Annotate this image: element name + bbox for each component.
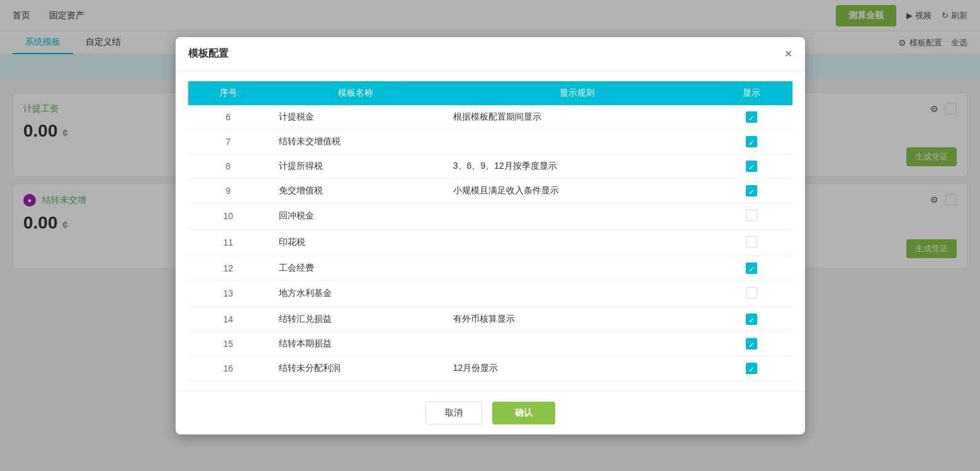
display-checkbox[interactable]: [746, 338, 757, 349]
config-table: 序号 模板名称 显示规则 显示 6计提税金根据模板配置期间显示7结转未交增值税8…: [188, 81, 792, 381]
table-wrapper[interactable]: 序号 模板名称 显示规则 显示 6计提税金根据模板配置期间显示7结转未交增值税8…: [188, 81, 792, 381]
table-row: 7结转未交增值税: [188, 129, 792, 154]
cell-name: 计提税金: [269, 105, 443, 130]
cell-index: 13: [188, 280, 269, 307]
cell-rule: 小规模且满足收入条件显示: [443, 178, 712, 203]
cell-display: [711, 129, 792, 154]
modal-title: 模板配置: [188, 47, 228, 60]
col-header-display: 显示: [711, 81, 792, 105]
cell-name: 工会经费: [269, 256, 443, 280]
table-row: 14结转汇兑损益有外币核算显示: [188, 307, 792, 331]
table-row: 15结转本期损益: [188, 331, 792, 356]
cell-name: 回冲税金: [269, 203, 443, 229]
cell-name: 结转未分配利润: [269, 356, 443, 380]
cell-rule: [443, 331, 712, 356]
cell-display: [711, 178, 792, 203]
cell-index: 9: [188, 178, 269, 203]
modal-header: 模板配置 ×: [176, 37, 805, 71]
table-row: 10回冲税金: [188, 203, 792, 229]
cell-index: 11: [188, 229, 269, 256]
cell-rule: 12月份显示: [443, 356, 712, 380]
table-row: 6计提税金根据模板配置期间显示: [188, 105, 792, 130]
cell-index: 8: [188, 154, 269, 178]
cell-name: 结转汇兑损益: [269, 307, 443, 331]
modal-close-button[interactable]: ×: [785, 47, 792, 60]
cell-rule: [443, 280, 712, 307]
display-checkbox[interactable]: [746, 236, 757, 247]
cell-display: [711, 356, 792, 380]
table-row: 13地方水利基金: [188, 280, 792, 307]
display-checkbox[interactable]: [746, 136, 757, 147]
cell-display: [711, 105, 792, 130]
display-checkbox[interactable]: [746, 314, 757, 325]
cell-display: [711, 203, 792, 229]
cell-rule: [443, 203, 712, 229]
cell-rule: [443, 256, 712, 280]
cell-index: 16: [188, 356, 269, 380]
cell-name: 印花税: [269, 229, 443, 256]
cell-display: [711, 280, 792, 307]
cell-display: [711, 307, 792, 331]
cell-name: 结转未交增值税: [269, 129, 443, 154]
cell-name: 地方水利基金: [269, 280, 443, 307]
cell-display: [711, 256, 792, 280]
table-row: 8计提所得税3、6、9、12月按季度显示: [188, 154, 792, 178]
cell-display: [711, 154, 792, 178]
table-body: 6计提税金根据模板配置期间显示7结转未交增值税8计提所得税3、6、9、12月按季…: [188, 105, 792, 381]
cell-rule: 有外币核算显示: [443, 307, 712, 331]
cell-rule: 3、6、9、12月按季度显示: [443, 154, 712, 178]
cell-rule: [443, 129, 712, 154]
display-checkbox[interactable]: [746, 363, 757, 374]
col-header-rule: 显示规则: [443, 81, 712, 105]
confirm-button[interactable]: 确认: [492, 402, 555, 424]
modal-footer: 取消 确认: [176, 391, 805, 434]
cell-index: 10: [188, 203, 269, 229]
cell-index: 6: [188, 105, 269, 130]
display-checkbox[interactable]: [746, 287, 757, 298]
template-config-modal: 模板配置 × 序号 模板名称 显示规则 显示 6计提税金根据模板配置期间显: [176, 37, 805, 434]
cell-name: 结转本期损益: [269, 331, 443, 356]
col-header-name: 模板名称: [269, 81, 443, 105]
cell-index: 7: [188, 129, 269, 154]
cell-name: 免交增值税: [269, 178, 443, 203]
display-checkbox[interactable]: [746, 161, 757, 172]
col-header-index: 序号: [188, 81, 269, 105]
cell-rule: [443, 229, 712, 256]
cell-rule: 根据模板配置期间显示: [443, 105, 712, 130]
cell-index: 14: [188, 307, 269, 331]
table-row: 16结转未分配利润12月份显示: [188, 356, 792, 380]
cell-index: 12: [188, 256, 269, 280]
table-row: 9免交增值税小规模且满足收入条件显示: [188, 178, 792, 203]
table-header: 序号 模板名称 显示规则 显示: [188, 81, 792, 105]
display-checkbox[interactable]: [746, 210, 757, 221]
table-row: 11印花税: [188, 229, 792, 256]
modal-overlay: 模板配置 × 序号 模板名称 显示规则 显示 6计提税金根据模板配置期间显: [0, 0, 980, 471]
cell-name: 计提所得税: [269, 154, 443, 178]
cell-index: 15: [188, 331, 269, 356]
cancel-button[interactable]: 取消: [425, 402, 482, 424]
table-row: 12工会经费: [188, 256, 792, 280]
display-checkbox[interactable]: [746, 111, 757, 123]
display-checkbox[interactable]: [746, 263, 757, 274]
display-checkbox[interactable]: [746, 185, 757, 196]
cell-display: [711, 331, 792, 356]
modal-body: 序号 模板名称 显示规则 显示 6计提税金根据模板配置期间显示7结转未交增值税8…: [176, 71, 805, 391]
cell-display: [711, 229, 792, 256]
